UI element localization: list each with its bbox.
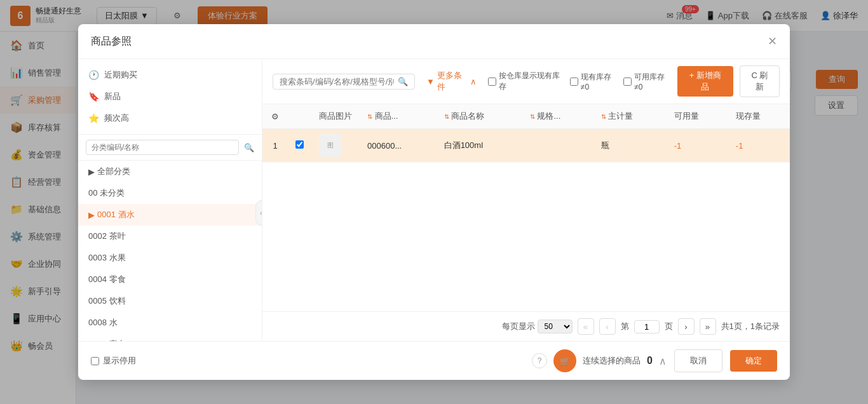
sort-name-icon: ⇅: [444, 113, 449, 120]
table-header-settings: ⚙: [262, 104, 288, 129]
cart-section: ? 🛒 连续选择的商品 0 ∧: [532, 349, 667, 372]
table-header-row: ⚙ 商品图片 ⇅ 商品... ⇅: [262, 104, 790, 129]
modal-left-nav: 🕐 近期购买 🔖 新品 ⭐ 频次高: [78, 59, 262, 135]
table-header-check: [288, 104, 311, 129]
recent-purchase-nav[interactable]: 🕐 近期购买: [78, 64, 262, 86]
more-filter-button[interactable]: ▼ 更多条件 ∧: [421, 67, 482, 95]
category-snacks[interactable]: 0004 零食: [78, 269, 262, 290]
modal-right-panel: 🔍 ▼ 更多条件 ∧ 按仓库显示现有库存 现有库存≠0: [262, 59, 790, 341]
confirm-button[interactable]: 确定: [730, 350, 777, 372]
show-disabled-checkbox[interactable]: [91, 357, 99, 365]
filter-available-nonzero-checkbox[interactable]: [623, 77, 632, 86]
page-number-input[interactable]: [634, 320, 660, 333]
modal-toolbar: 🔍 ▼ 更多条件 ∧ 按仓库显示现有库存 现有库存≠0: [262, 59, 790, 104]
expand-icon: ▶: [88, 167, 95, 177]
table-header-name[interactable]: ⇅ 商品名称: [437, 104, 522, 129]
first-page-button[interactable]: «: [578, 318, 594, 335]
modal-left-panel: 🕐 近期购买 🔖 新品 ⭐ 频次高 « 🔍: [78, 59, 262, 341]
per-page-selector: 每页显示 10 20 50 100: [502, 320, 573, 333]
sort-unit-icon: ⇅: [601, 113, 606, 120]
filter-available-nonzero[interactable]: 可用库存≠0: [623, 72, 670, 91]
row-num: 1: [262, 129, 288, 163]
modal-pagination: 每页显示 10 20 50 100 « ‹ 第 页 › »: [262, 311, 790, 341]
category-water[interactable]: 0008 水: [78, 312, 262, 333]
filter-warehouse-stock[interactable]: 按仓库显示现有库存: [488, 71, 564, 92]
table-header-image: 商品图片: [311, 104, 360, 129]
row-available: -1: [667, 129, 728, 163]
row-code: 000600...: [360, 129, 437, 163]
table-header-available: 可用量: [667, 104, 728, 129]
product-table-container: ⚙ 商品图片 ⇅ 商品... ⇅: [262, 104, 790, 311]
row-unit: 瓶: [593, 129, 667, 163]
new-icon: 🔖: [88, 91, 99, 102]
modal-footer: 显示停用 ? 🛒 连续选择的商品 0 ∧ 取消 确定: [78, 341, 790, 380]
total-info: 共1页，1条记录: [721, 321, 780, 332]
product-table: ⚙ 商品图片 ⇅ 商品... ⇅: [262, 104, 790, 163]
product-search-box: 🔍: [273, 74, 415, 90]
category-drinks[interactable]: 0005 饮料: [78, 290, 262, 312]
category-list: ▶ 全部分类 00 未分类 ▶ 0001 酒水 0002 茶叶 0003 水果: [78, 161, 262, 341]
sort-spec-icon: ⇅: [530, 113, 535, 120]
clock-icon: 🕐: [88, 70, 99, 80]
sort-code-icon: ⇅: [367, 113, 372, 120]
per-page-select-input[interactable]: 10 20 50 100: [538, 320, 573, 333]
table-header-unit[interactable]: ⇅ 主计量: [593, 104, 667, 129]
table-header-spec[interactable]: ⇅ 规格...: [522, 104, 593, 129]
collapse-cart-button[interactable]: ∧: [659, 355, 667, 367]
active-arrow-icon: ▶: [88, 210, 95, 220]
filter-icon: ▼: [426, 77, 435, 86]
cancel-button[interactable]: 取消: [674, 349, 722, 372]
table-header-stock: 现存量: [728, 104, 790, 129]
modal-close-button[interactable]: ✕: [768, 34, 777, 48]
show-disabled-checkbox-label[interactable]: 显示停用: [91, 355, 136, 367]
row-spec: [522, 129, 593, 163]
modal-header: 商品参照 ✕: [78, 24, 790, 59]
modal-body: 🕐 近期购买 🔖 新品 ⭐ 频次高 « 🔍: [78, 59, 790, 341]
search-icon[interactable]: 🔍: [398, 77, 408, 86]
row-name: 白酒100ml: [437, 129, 522, 163]
cart-icon: 🛒: [553, 349, 576, 372]
modal-overlay: 商品参照 ✕ 🕐 近期购买 🔖 新品 ⭐ 频次高: [0, 0, 868, 404]
category-all[interactable]: ▶ 全部分类: [78, 161, 262, 182]
page-unit-label: 页: [665, 321, 673, 332]
page-label: 第: [621, 321, 629, 332]
table-header-code[interactable]: ⇅ 商品...: [360, 104, 437, 129]
filter-warehouse-checkbox[interactable]: [488, 77, 496, 86]
search-icon[interactable]: 🔍: [244, 143, 254, 152]
prev-page-button[interactable]: ‹: [599, 318, 616, 335]
category-appliances[interactable]: 0010 家电: [78, 333, 262, 341]
category-search: 🔍: [78, 135, 262, 161]
new-product-nav[interactable]: 🔖 新品: [78, 86, 262, 107]
category-search-input[interactable]: [86, 140, 239, 155]
row-stock: -1: [728, 129, 790, 163]
refresh-product-button[interactable]: C 刷新: [740, 65, 780, 97]
high-frequency-nav[interactable]: ⭐ 频次高: [78, 107, 262, 129]
add-product-button[interactable]: + 新增商品: [677, 66, 733, 97]
last-page-button[interactable]: »: [700, 318, 716, 335]
filter-stock-nonzero[interactable]: 现有库存≠0: [570, 72, 617, 91]
collapse-left-panel-button[interactable]: «: [255, 200, 262, 226]
help-icon[interactable]: ?: [532, 353, 547, 368]
category-uncategorized[interactable]: 00 未分类: [78, 182, 262, 204]
filter-stock-nonzero-checkbox[interactable]: [570, 77, 578, 86]
row-checkbox[interactable]: [295, 140, 304, 149]
product-thumbnail: 图: [319, 134, 342, 157]
category-alcohol[interactable]: ▶ 0001 酒水: [78, 204, 262, 226]
product-reference-modal: 商品参照 ✕ 🕐 近期购买 🔖 新品 ⭐ 频次高: [78, 24, 790, 380]
table-row[interactable]: 1 图 000600... 白酒100ml 瓶: [262, 129, 790, 163]
chevron-up-icon: ∧: [470, 77, 477, 86]
row-image-cell: 图: [311, 129, 360, 163]
category-tea[interactable]: 0002 茶叶: [78, 226, 262, 247]
next-page-button[interactable]: ›: [678, 318, 695, 335]
category-fruit[interactable]: 0003 水果: [78, 247, 262, 269]
row-checkbox-cell[interactable]: [288, 129, 311, 163]
modal-title: 商品参照: [91, 35, 132, 48]
star-icon: ⭐: [88, 113, 99, 123]
product-search-input[interactable]: [280, 77, 394, 86]
